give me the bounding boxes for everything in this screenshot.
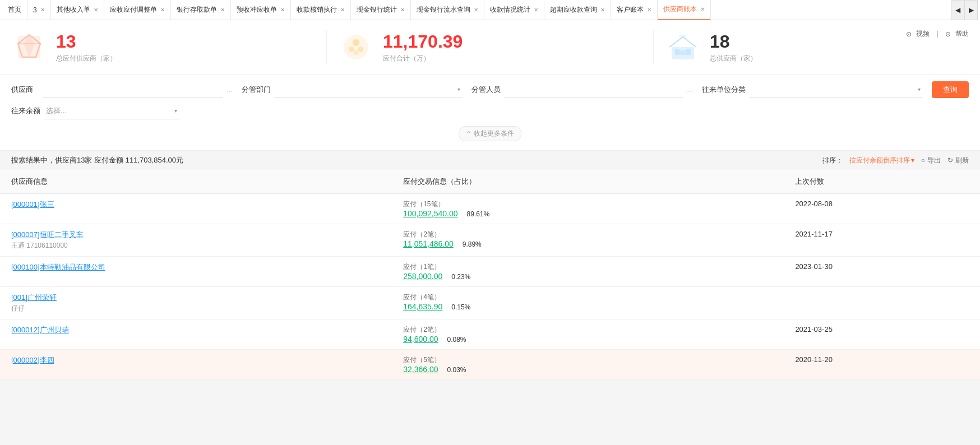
filter-item-supplier: 供应商 ... [11,81,233,98]
transaction-cell: 应付（2笔） 11,051,486.00 9.89% [392,224,784,257]
transaction-amount[interactable]: 94,600.00 [403,335,438,344]
nav-tab-bank[interactable]: 银行存取款单 ✕ [171,0,231,20]
unit-type-filter-label: 往来单位分类 [702,85,746,95]
video-link[interactable]: 视频 [916,29,930,39]
filter-row-2: 往来余额 选择... ▾ [11,103,969,119]
supplier-sub: 仔仔 [11,304,381,313]
transaction-amount[interactable]: 258,000.00 [403,272,442,281]
close-icon[interactable]: ✕ [474,7,478,13]
transaction-label: 应付（4笔） [403,293,773,302]
transaction-cell: 应付（5笔） 32,366.00 0.03% [392,350,784,380]
close-icon[interactable]: ✕ [340,7,345,13]
results-actions: 排序： 按应付余额倒序排序 ▾ ○ 导出 ↻ 刷新 [822,156,969,165]
chevron-down-icon: ▾ [918,86,921,92]
transaction-amount[interactable]: 11,051,486.00 [403,239,454,248]
transaction-percent: 0.23% [451,273,470,281]
nav-next-arrow[interactable]: ▶ [964,0,978,20]
table-body: [000001]张三 应付（15笔） 100,092,540.00 89.61%… [0,194,980,380]
supplier-link[interactable]: [000001]张三 [11,200,54,208]
nav-tab-prepay[interactable]: 预收冲应收单 ✕ [231,0,291,20]
close-icon[interactable]: ✕ [280,7,285,13]
svg-rect-11 [686,49,691,55]
department-select[interactable]: ▾ [274,81,463,98]
close-icon[interactable]: ✕ [160,7,165,13]
svg-rect-10 [675,49,679,55]
help-link[interactable]: 帮助 [955,29,969,39]
diamond-icon [11,29,47,65]
transaction-amount[interactable]: 164,635.90 [403,302,442,311]
nav-tab-payment-stat[interactable]: 收款情况统计 ✕ [484,0,544,20]
chevron-down-icon: ▾ [457,86,460,92]
refresh-button[interactable]: ↻ 刷新 [947,156,969,165]
nav-tab-cash-flow[interactable]: 现金银行流水查询 ✕ [411,0,484,20]
collapse-button[interactable]: ⌃ 收起更多条件 [459,126,521,141]
store-icon [665,29,701,65]
close-icon[interactable]: ✕ [647,7,651,13]
supplier-link[interactable]: [000002]李四 [11,356,54,364]
transaction-label: 应付（5笔） [403,355,773,365]
help-icon: ⊙ [945,30,951,38]
top-right-links: ⊙ 视频 ｜ ⊙ 帮助 [906,29,969,39]
chevron-down-icon: ▾ [911,156,914,164]
results-summary: 搜索结果中，供应商13家 应付金额 111,703,854.00元 [11,155,183,165]
nav-tab-payment-exec[interactable]: 收款核销执行 ✕ [291,0,351,20]
filter-item-person: 分管人员 ... [471,81,693,98]
close-icon[interactable]: ✕ [40,7,45,13]
search-button[interactable]: 查询 [932,81,969,98]
filter-row-1: 供应商 ... 分管部门 ▾ 分管人员 ... 往来单位分类 ▾ 查询 [11,81,969,98]
filter-item-department: 分管部门 ▾ [242,81,463,98]
close-icon[interactable]: ✕ [400,7,405,13]
nav-tab-other-income[interactable]: 其他收入单 ✕ [51,0,104,20]
close-icon[interactable]: ✕ [700,6,705,12]
transaction-percent: 89.61% [467,210,490,218]
svg-point-6 [349,47,354,52]
close-icon[interactable]: ✕ [94,7,98,13]
col-header-transaction: 应付交易信息（占比） [392,170,784,194]
nav-arrows: ◀ ▶ [951,0,978,20]
nav-tab-home[interactable]: 首页 [2,0,27,20]
supplier-link[interactable]: [000007]恒旺二手叉车 [11,230,84,239]
transaction-amount[interactable]: 100,092,540.00 [403,209,457,218]
transaction-cell: 应付（1笔） 258,000.00 0.23% [392,257,784,287]
unit-type-select[interactable]: ▾ [749,81,923,98]
nav-tab-3[interactable]: 3 ✕ [27,0,51,20]
stat-label-amount: 应付合计（万） [383,54,463,63]
stat-divider-2 [653,30,654,64]
transaction-amount[interactable]: 32,366.00 [403,365,438,374]
stat-label-suppliers: 总应付供应商（家） [56,54,117,63]
video-icon: ⊙ [906,30,912,38]
supplier-link[interactable]: [000012]广州贝瑞 [11,326,69,334]
results-bar: 搜索结果中，供应商13家 应付金额 111,703,854.00元 排序： 按应… [0,151,980,170]
table-header-row: 供应商信息 应付交易信息（占比） 上次付数 [0,170,980,194]
supplier-cell: [000002]李四 [0,350,392,380]
sort-label: 排序： [822,156,843,165]
nav-tab-cash-stat[interactable]: 现金银行统计 ✕ [351,0,411,20]
supplier-input[interactable] [43,81,223,98]
person-input[interactable] [504,81,683,98]
supplier-filter-label: 供应商 [11,85,39,95]
col-header-last-payment: 上次付数 [784,170,980,194]
stat-label-total-suppliers: 总供应商（家） [710,54,757,63]
supplier-sub: 王通 17106110000 [11,241,381,251]
nav-prev-arrow[interactable]: ◀ [951,0,964,20]
last-payment-cell: 2023-01-30 [784,257,980,287]
supplier-link[interactable]: [001]广州荣轩 [11,293,57,302]
last-payment-date: 2021-11-17 [795,230,833,238]
last-payment-cell: 2021-11-17 [784,224,980,257]
nav-tab-supplier-ledger[interactable]: 供应商账本 ✕ [658,0,711,20]
balance-select[interactable]: 选择... ▾ [44,103,179,119]
supplier-link[interactable]: [000100]本特勒油品有限公司 [11,263,105,271]
export-button[interactable]: ○ 导出 [921,156,941,165]
transaction-percent: 9.89% [463,240,482,248]
nav-tab-ar-ap-adjust[interactable]: 应收应付调整单 ✕ [104,0,171,20]
nav-tab-overdue[interactable]: 超期应收款查询 ✕ [544,0,611,20]
stats-header: 13 总应付供应商（家） 11,170.39 应付合计（万） [0,20,980,75]
table-row: [000001]张三 应付（15笔） 100,092,540.00 89.61%… [0,194,980,224]
table-row: [000002]李四 应付（5笔） 32,366.00 0.03% 2020-1… [0,350,980,380]
close-icon[interactable]: ✕ [600,7,605,13]
close-icon[interactable]: ✕ [534,7,538,13]
sort-select[interactable]: 按应付余额倒序排序 ▾ [849,156,914,165]
transaction-cell: 应付（2笔） 94,600.00 0.08% [392,319,784,350]
close-icon[interactable]: ✕ [220,7,225,13]
nav-tab-customer-ledger[interactable]: 客户账本 ✕ [611,0,658,20]
